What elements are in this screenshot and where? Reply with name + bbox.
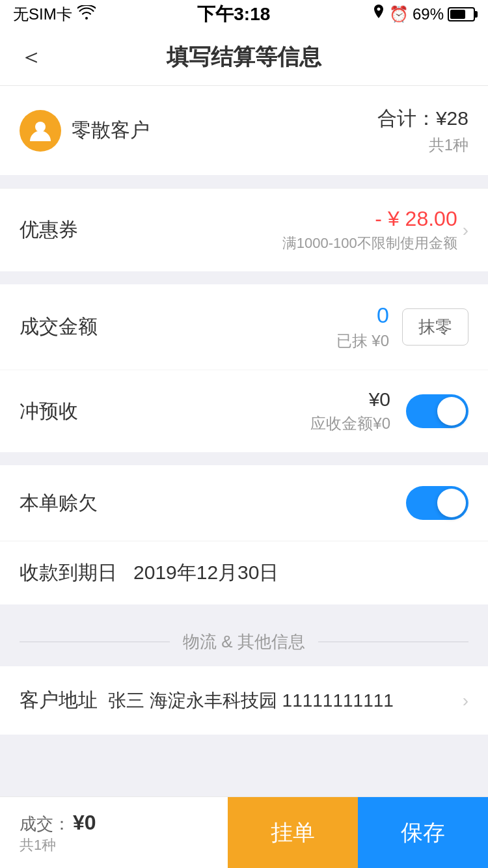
bottom-amount: ¥0: [73, 811, 96, 835]
total-amount: 合计：¥28: [377, 105, 468, 132]
prepay-row: 冲预收 ¥0 应收金额¥0: [0, 370, 488, 452]
transaction-section: 成交金额 0 已抹 ¥0 抹零 冲预收 ¥0 应收金额¥0: [0, 284, 488, 452]
transaction-amount-group: 0 已抹 ¥0: [336, 303, 389, 351]
divider-text: 物流 & 其他信息: [183, 631, 305, 653]
bottom-count: 共1种: [20, 835, 208, 855]
save-button[interactable]: 保存: [358, 797, 488, 869]
status-time: 下午3:18: [197, 2, 270, 27]
back-button[interactable]: ＜: [20, 41, 43, 73]
prepay-sub: 应收金额¥0: [310, 413, 390, 434]
debt-toggle-knob: [437, 489, 466, 517]
debt-row: 本单赊欠: [0, 465, 488, 541]
debt-toggle[interactable]: [406, 486, 468, 520]
address-chevron-icon: ›: [463, 690, 468, 711]
coupon-desc: 满1000-100不限制使用金额: [282, 234, 457, 253]
divider-line-left: [20, 642, 170, 642]
coupon-right: - ¥ 28.00 满1000-100不限制使用金额 ›: [282, 207, 468, 253]
transaction-right: 0 已抹 ¥0 抹零: [336, 303, 468, 351]
address-label: 客户地址: [20, 687, 98, 714]
address-row[interactable]: 客户地址 张三 海淀永丰科技园 11111111111 ›: [0, 666, 488, 735]
customer-left: 零散客户: [20, 110, 150, 152]
customer-row: 零散客户 合计：¥28 共1种: [0, 86, 488, 175]
battery-icon: [448, 7, 475, 21]
coupon-row[interactable]: 优惠券 - ¥ 28.00 满1000-100不限制使用金额 ›: [0, 188, 488, 271]
bottom-deal-label: 成交：: [20, 813, 70, 835]
transaction-row: 成交金额 0 已抹 ¥0 抹零: [0, 284, 488, 370]
prepay-amount: ¥0: [310, 388, 390, 411]
page-title: 填写结算等信息: [167, 42, 321, 72]
due-date-label: 收款到期日 2019年12月30日: [20, 562, 279, 583]
customer-name: 零散客户: [72, 117, 150, 144]
section-divider: 物流 & 其他信息: [0, 617, 488, 666]
prepay-label: 冲预收: [20, 398, 78, 425]
coupon-label: 优惠券: [20, 217, 78, 243]
nav-bar: ＜ 填写结算等信息: [0, 29, 488, 86]
total-count: 共1种: [377, 135, 468, 156]
debt-section: 本单赊欠 收款到期日 2019年12月30日: [0, 465, 488, 604]
bottom-info: 成交： ¥0 共1种: [0, 811, 228, 855]
due-date-row: 收款到期日 2019年12月30日: [0, 541, 488, 604]
toggle-knob: [437, 397, 466, 426]
carrier-text: 无SIM卡: [13, 4, 72, 25]
hold-button[interactable]: 挂单: [228, 797, 358, 869]
prepay-amount-group: ¥0 应收金额¥0: [310, 388, 390, 434]
prepay-right: ¥0 应收金额¥0: [310, 388, 468, 434]
status-left: 无SIM卡: [13, 4, 96, 25]
due-date-value: 2019年12月30日: [133, 562, 278, 583]
wifi-icon: [77, 5, 96, 23]
bottom-bar: 成交： ¥0 共1种 挂单 保存: [0, 796, 488, 868]
address-value: 张三 海淀永丰科技园 11111111111: [108, 688, 452, 713]
location-icon: [372, 5, 385, 24]
customer-right: 合计：¥28 共1种: [377, 105, 468, 156]
prepay-toggle[interactable]: [406, 394, 468, 428]
svg-point-0: [35, 122, 46, 132]
alarm-icon: ⏰: [389, 5, 409, 23]
divider-line-right: [318, 642, 468, 642]
transaction-sub: 已抹 ¥0: [336, 331, 389, 351]
transaction-value: 0: [336, 303, 389, 328]
status-bar: 无SIM卡 下午3:18 ⏰ 69%: [0, 0, 488, 29]
chevron-right-icon: ›: [463, 220, 468, 241]
status-right: ⏰ 69%: [372, 5, 475, 24]
round-zero-button[interactable]: 抹零: [402, 308, 468, 346]
coupon-amount: - ¥ 28.00: [282, 207, 457, 231]
due-date-prefix: 收款到期日: [20, 562, 117, 583]
customer-avatar: [20, 110, 61, 152]
content: 零散客户 合计：¥28 共1种 优惠券 - ¥ 28.00 满1000-100不…: [0, 86, 488, 826]
debt-label: 本单赊欠: [20, 490, 98, 517]
battery-percentage: 69%: [413, 5, 444, 23]
transaction-label: 成交金额: [20, 314, 98, 340]
